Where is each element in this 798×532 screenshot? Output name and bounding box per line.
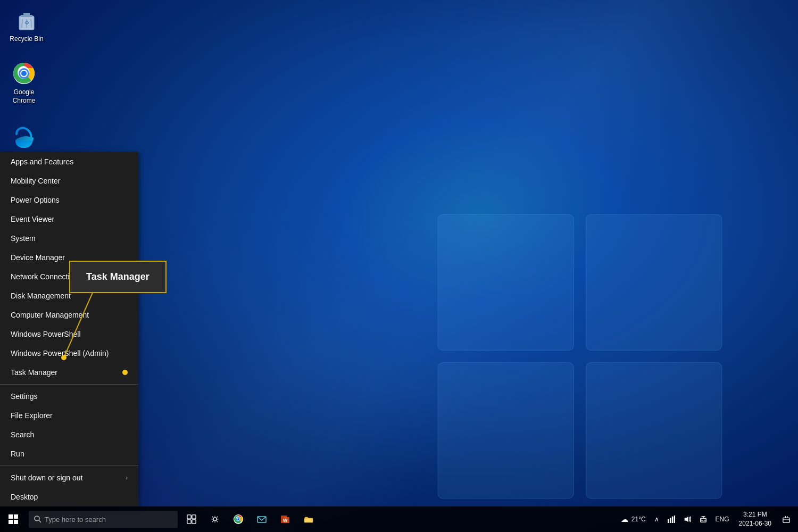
recycle-bin-icon[interactable]: ♻ Recycle Bin bbox=[5, 5, 48, 46]
svg-point-10 bbox=[21, 71, 27, 76]
clock-area[interactable]: 3:21 PM 2021-06-30 bbox=[734, 506, 777, 532]
svg-rect-14 bbox=[586, 363, 722, 498]
taskbar-mail-icon[interactable] bbox=[250, 506, 273, 532]
taskbar-settings-icon[interactable] bbox=[203, 506, 227, 532]
temperature: 21°C bbox=[631, 516, 646, 523]
svg-text:W: W bbox=[283, 518, 288, 523]
svg-rect-38 bbox=[670, 518, 671, 523]
language-area[interactable]: ENG bbox=[711, 506, 734, 532]
svg-rect-18 bbox=[14, 514, 18, 519]
menu-divider-2 bbox=[0, 466, 138, 466]
language-label: ENG bbox=[716, 516, 729, 523]
menu-item-windows-powershell[interactable]: Windows PowerShell bbox=[0, 325, 138, 344]
menu-item-power-options[interactable]: Power Options bbox=[0, 190, 138, 210]
menu-item-desktop[interactable]: Desktop bbox=[0, 487, 138, 506]
task-manager-tooltip: Task Manager bbox=[69, 261, 167, 293]
task-view-button[interactable] bbox=[180, 506, 203, 532]
chevron-up-icon: ∧ bbox=[654, 516, 659, 523]
svg-rect-24 bbox=[192, 515, 196, 519]
svg-rect-13 bbox=[438, 363, 573, 498]
google-chrome-icon[interactable]: Google Chrome bbox=[3, 59, 45, 107]
menu-item-search[interactable]: Search bbox=[0, 425, 138, 444]
svg-rect-23 bbox=[187, 515, 191, 519]
svg-rect-11 bbox=[438, 214, 573, 350]
notification-icon bbox=[783, 516, 790, 523]
svg-rect-20 bbox=[14, 520, 18, 524]
taskbar: Type here to search bbox=[0, 506, 798, 532]
svg-text:♻: ♻ bbox=[24, 20, 29, 26]
shut-down-arrow: › bbox=[126, 474, 128, 481]
ethernet-icon bbox=[700, 516, 707, 523]
task-view-icon bbox=[187, 514, 196, 524]
menu-item-run[interactable]: Run bbox=[0, 444, 138, 463]
svg-point-27 bbox=[213, 518, 217, 521]
search-icon bbox=[34, 516, 41, 523]
menu-item-apps-features[interactable]: Apps and Features bbox=[0, 152, 138, 171]
menu-item-windows-powershell-admin[interactable]: Windows PowerShell (Admin) bbox=[0, 344, 138, 363]
system-tray-area[interactable]: ☁ 21°C bbox=[617, 506, 650, 532]
network-wired-icon[interactable] bbox=[695, 506, 711, 532]
menu-item-system[interactable]: System bbox=[0, 229, 138, 248]
taskbar-search[interactable]: Type here to search bbox=[29, 511, 178, 528]
svg-line-5 bbox=[31, 19, 31, 28]
menu-divider-1 bbox=[0, 384, 138, 385]
svg-rect-12 bbox=[586, 214, 722, 350]
tray-icons-area[interactable]: ∧ bbox=[650, 506, 663, 532]
search-placeholder: Type here to search bbox=[45, 516, 106, 523]
svg-rect-40 bbox=[674, 516, 675, 523]
office-icon: W bbox=[280, 514, 290, 525]
network-icon bbox=[668, 516, 675, 523]
menu-item-computer-management[interactable]: Computer Management bbox=[0, 305, 138, 325]
menu-item-settings[interactable]: Settings bbox=[0, 387, 138, 406]
menu-item-mobility-center[interactable]: Mobility Center bbox=[0, 171, 138, 190]
menu-item-file-explorer[interactable]: File Explorer bbox=[0, 406, 138, 425]
svg-rect-2 bbox=[23, 13, 30, 15]
svg-rect-37 bbox=[668, 519, 669, 523]
svg-rect-19 bbox=[9, 520, 13, 524]
svg-rect-49 bbox=[783, 518, 789, 522]
menu-item-event-viewer[interactable]: Event Viewer bbox=[0, 210, 138, 229]
svg-point-31 bbox=[237, 518, 239, 520]
taskbar-office-icon[interactable]: W bbox=[273, 506, 297, 532]
svg-line-22 bbox=[39, 520, 41, 522]
file-explorer-icon bbox=[303, 514, 314, 525]
svg-rect-26 bbox=[192, 520, 196, 523]
svg-marker-41 bbox=[684, 517, 688, 522]
svg-rect-36 bbox=[304, 518, 313, 522]
mail-icon bbox=[256, 514, 267, 525]
svg-rect-39 bbox=[671, 517, 673, 523]
taskbar-file-explorer-icon[interactable] bbox=[297, 506, 320, 532]
google-chrome-label: Google Chrome bbox=[5, 88, 43, 105]
menu-item-task-manager[interactable]: Task Manager bbox=[0, 363, 138, 382]
chrome-taskbar-icon bbox=[233, 514, 244, 525]
clock-time: 3:21 PM bbox=[743, 510, 767, 519]
context-menu: Apps and Features Mobility Center Power … bbox=[0, 152, 138, 506]
start-button[interactable] bbox=[0, 506, 27, 532]
settings-icon bbox=[210, 514, 220, 524]
weather-icon: ☁ bbox=[621, 515, 628, 523]
windows-logo-bg bbox=[426, 202, 734, 511]
task-manager-yellow-dot bbox=[122, 370, 128, 375]
notification-button[interactable] bbox=[777, 506, 796, 532]
clock-date: 2021-06-30 bbox=[739, 519, 771, 528]
menu-item-shut-down[interactable]: Shut down or sign out › bbox=[0, 468, 138, 487]
recycle-bin-label: Recycle Bin bbox=[10, 35, 43, 44]
svg-line-3 bbox=[22, 19, 22, 28]
svg-rect-17 bbox=[9, 514, 13, 519]
svg-point-21 bbox=[35, 516, 39, 521]
sound-icon-area[interactable] bbox=[679, 506, 695, 532]
sound-icon bbox=[684, 516, 691, 523]
desktop: ♻ Recycle Bin Google Chrome bbox=[0, 0, 798, 532]
network-icon-area[interactable] bbox=[663, 506, 679, 532]
svg-rect-25 bbox=[187, 520, 191, 523]
taskbar-chrome-icon[interactable] bbox=[227, 506, 250, 532]
